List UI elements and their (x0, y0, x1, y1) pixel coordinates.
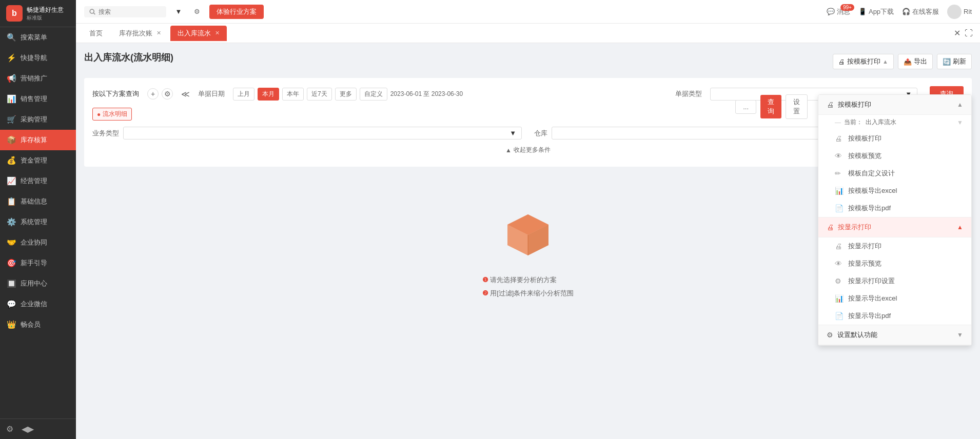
main-content: ▼ ⚙ 体验行业方案 💬 消息 99+ 📱 App下载 🎧 在线客服 Rit (76, 0, 980, 439)
sidebar-item-finance[interactable]: 💰 资金管理 (0, 150, 76, 171)
topbar-search-input[interactable] (99, 8, 161, 15)
settings-btn-2[interactable]: 设置 (786, 94, 808, 119)
tab-home[interactable]: 首页 (82, 26, 110, 41)
topbar-search-icon (89, 8, 95, 15)
dp-display-pdf-item[interactable]: 📄 按显示导出pdf (818, 307, 971, 325)
sidebar-item-vip[interactable]: 👑 畅会员 (0, 314, 76, 335)
quicknav-icon: ⚡ (6, 53, 16, 63)
phone-icon: 📱 (858, 8, 867, 15)
sidebar-item-operations[interactable]: 📈 经营管理 (0, 171, 76, 191)
printer-icon: 🖨 (838, 58, 845, 66)
dp-template-pdf-item[interactable]: 📄 按模板导出pdf (818, 199, 971, 217)
sidebar-bottom: ⚙ ◀▶ (0, 418, 76, 439)
filter-actions: + ⚙ (147, 88, 173, 99)
dp-preview-icon: 👁 (835, 152, 843, 160)
vip-icon: 👑 (6, 320, 16, 329)
dp-pdf-icon: 📄 (835, 204, 843, 212)
dp-default-section-header[interactable]: ⚙ 设置默认功能 ▼ (818, 325, 971, 345)
dp-template-excel-item[interactable]: 📊 按模板导出excel (818, 182, 971, 199)
svg-point-0 (90, 9, 94, 13)
dp-template-submenu: 🖨 按模板打印 👁 按模板预览 ✏ 模板自定义设计 📊 按模板导出excel 📄 (818, 130, 971, 217)
sidebar-item-inventory[interactable]: 📦 库存核算 (0, 130, 76, 150)
sidebar-item-system[interactable]: ⚙️ 系统管理 (0, 212, 76, 232)
sidebar-item-quicknav[interactable]: ⚡ 快捷导航 (0, 48, 76, 68)
dp-display-print-item[interactable]: 🖨 按显示打印 (818, 237, 971, 255)
filter-setting-btn[interactable]: ⚙ (162, 88, 173, 99)
date-filter: 上月 本月 本年 近7天 更多 自定义 2023-06-01 至 2023-06… (233, 88, 463, 101)
more-options-btn[interactable]: ... (735, 100, 756, 114)
date-btn-custom[interactable]: 自定义 (360, 88, 387, 101)
sidebar-item-sales[interactable]: 📊 销售管理 (0, 89, 76, 109)
online-service-btn[interactable]: 🎧 在线客服 (902, 7, 939, 16)
marketing-icon: 📢 (6, 74, 16, 83)
page-toolbar: 🖨 按模板打印 ▲ 📤 导出 🔄 刷新 (833, 54, 972, 69)
tab-batch[interactable]: 库存批次账 ✕ (112, 26, 168, 41)
search-nav-icon: 🔍 (6, 33, 16, 42)
dp-excel-icon: 📊 (835, 187, 843, 195)
template-print-btn[interactable]: 🖨 按模板打印 ▲ (833, 54, 894, 69)
dp-display-preview-item[interactable]: 👁 按显示预览 (818, 255, 971, 272)
date-btn-this-year[interactable]: 本年 (282, 88, 304, 101)
sidebar-item-weixin[interactable]: 💬 企业微信 (0, 294, 76, 314)
tab-minimize-btn[interactable]: ✕ (953, 27, 962, 39)
warehouse-label: 仓库 (534, 129, 547, 138)
dp-template-print-item[interactable]: 🖨 按模板打印 (818, 130, 971, 147)
tab-flow-close[interactable]: ✕ (215, 30, 220, 36)
dp-display-excel-item[interactable]: 📊 按显示导出excel (818, 290, 971, 307)
sidebar: b 畅捷通好生意 标准版 🔍 搜索菜单 ⚡ 快捷导航 📢 营销推广 📊 销售管理… (0, 0, 76, 439)
date-btn-7days[interactable]: 近7天 (307, 88, 332, 101)
business-type-select[interactable]: ▼ (123, 127, 522, 139)
export-btn[interactable]: 📤 导出 (898, 54, 933, 69)
message-btn[interactable]: 💬 消息 99+ (827, 7, 850, 16)
sidebar-item-marketing[interactable]: 📢 营销推广 (0, 68, 76, 89)
topbar-actions: 💬 消息 99+ 📱 App下载 🎧 在线客服 Rit (827, 5, 972, 19)
dp-template-custom-item[interactable]: ✏ 模板自定义设计 (818, 165, 971, 182)
basic-icon: 📋 (6, 197, 16, 206)
date-btn-last-month[interactable]: 上月 (233, 88, 254, 101)
dp-default-chevron: ▼ (957, 331, 963, 338)
dp-current-icon: — (835, 119, 841, 126)
collab-icon: 🤝 (6, 238, 16, 247)
sidebar-item-purchase[interactable]: 🛒 采购管理 (0, 109, 76, 130)
collapse-sidebar-btn[interactable]: ◀▶ (22, 424, 34, 434)
topbar-settings-icon[interactable]: ⚙ (191, 6, 203, 18)
tab-flow[interactable]: 出入库流水 ✕ (170, 26, 227, 41)
business-type-field: 业务类型 ▼ (92, 127, 522, 139)
sidebar-item-guide[interactable]: 🎯 新手引导 (0, 253, 76, 273)
filter-collapse-btn[interactable]: ≪ (181, 89, 190, 99)
dp-template-preview-item[interactable]: 👁 按模板预览 (818, 147, 971, 165)
empty-text: ❶ 请先选择要分析的方案 ❷ 用[过滤]条件来缩小分析范围 (482, 273, 574, 300)
sidebar-item-appcenter[interactable]: 🔲 应用中心 (0, 273, 76, 294)
business-type-label: 业务类型 (92, 129, 119, 138)
date-range-display: 2023-06-01 至 2023-06-30 (390, 90, 463, 98)
sales-icon: 📊 (6, 94, 16, 104)
date-btn-more[interactable]: 更多 (335, 88, 357, 101)
page-title: 出入库流水(流水明细) (84, 51, 173, 64)
topbar-dropdown-btn[interactable]: ▼ (172, 6, 185, 18)
dp-display-settings-item[interactable]: ⚙ 按显示打印设置 (818, 272, 971, 290)
dp-display-submenu: 🖨 按显示打印 👁 按显示预览 ⚙ 按显示打印设置 📊 按显示导出excel 📄 (818, 237, 971, 325)
refresh-btn[interactable]: 🔄 刷新 (937, 54, 972, 69)
filter-tag-shuimingxi[interactable]: ● 流水明细 (92, 108, 132, 121)
dropdown-panel: 🖨 按模板打印 ▲ — 当前： 当前：出入库流水 出入库流水 ▼ 🖨 按模板打印… (818, 94, 972, 346)
sidebar-item-collab[interactable]: 🤝 企业协同 (0, 232, 76, 253)
tab-batch-close[interactable]: ✕ (156, 30, 161, 36)
avatar-img (947, 5, 962, 19)
tag-icon: ● (97, 111, 101, 118)
settings-icon[interactable]: ⚙ (6, 424, 13, 434)
query-btn-2[interactable]: 查询 (760, 95, 781, 118)
app-download-btn[interactable]: 📱 App下载 (858, 7, 894, 16)
sidebar-item-search[interactable]: 🔍 搜索菜单 (0, 27, 76, 48)
topbar-search-box[interactable] (84, 6, 166, 17)
topbar: ▼ ⚙ 体验行业方案 💬 消息 99+ 📱 App下载 🎧 在线客服 Rit (76, 0, 980, 24)
user-avatar[interactable]: Rit (947, 5, 972, 19)
date-btn-this-month[interactable]: 本月 (258, 88, 279, 101)
dp-display-preview-icon: 👁 (835, 260, 843, 268)
dp-template-print-header[interactable]: 🖨 按模板打印 ▲ (818, 95, 971, 115)
sidebar-item-basic[interactable]: 📋 基础信息 (0, 191, 76, 212)
sidebar-logo: b 畅捷通好生意 标准版 (0, 0, 76, 27)
industry-solution-button[interactable]: 体验行业方案 (209, 5, 264, 19)
tab-expand-btn[interactable]: ⛶ (964, 28, 974, 39)
filter-add-btn[interactable]: + (147, 88, 159, 99)
dp-display-print-header[interactable]: 🖨 按显示打印 ▲ (818, 217, 971, 237)
